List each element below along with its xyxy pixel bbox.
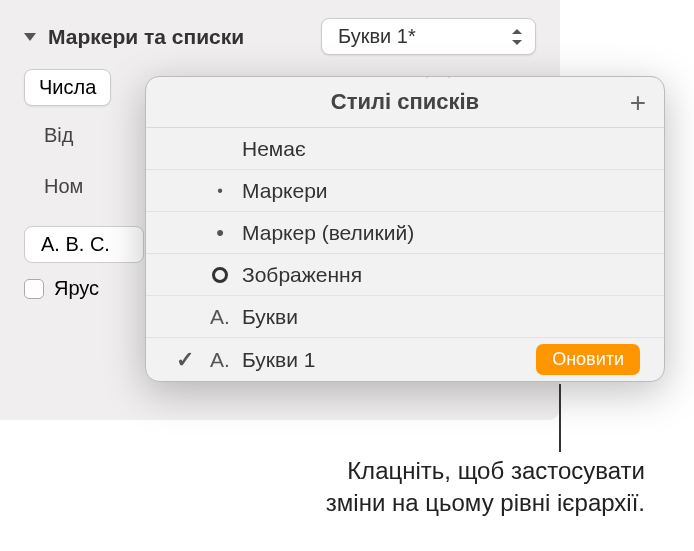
letter-marker: A. (202, 348, 238, 372)
circle-icon (202, 267, 238, 283)
style-item-letters-1[interactable]: ✓ A. Букви 1 Оновити (146, 338, 664, 381)
list-styles-popover: Стилі списків + Немає • Маркери • Маркер… (145, 76, 665, 382)
style-label: Маркер (великий) (238, 221, 646, 245)
bullet-big-icon: • (202, 220, 238, 246)
checkmark-icon: ✓ (176, 347, 194, 373)
callout-text: Клацніть, щоб застосувати зміни на цьому… (125, 455, 645, 520)
popover-title: Стилі списків (331, 89, 479, 115)
style-item-image[interactable]: Зображення (146, 254, 664, 296)
style-item-bullets-big[interactable]: • Маркер (великий) (146, 212, 664, 254)
update-button[interactable]: Оновити (536, 344, 640, 375)
numbers-pill[interactable]: Числа (24, 69, 111, 106)
style-label: Немає (238, 137, 646, 161)
add-style-button[interactable]: + (630, 87, 646, 119)
format-value: A. B. C. (41, 233, 110, 255)
letter-marker: A. (202, 305, 238, 329)
numbers-label: Числа (39, 76, 96, 98)
callout-leader-line (559, 384, 561, 452)
bullets-lists-header-row: Маркери та списки Букви 1* (24, 18, 536, 55)
bullet-small-icon: • (202, 182, 238, 200)
tier-checkbox[interactable] (24, 279, 44, 299)
tier-label: Ярус (54, 277, 99, 300)
style-list: Немає • Маркери • Маркер (великий) Зобра… (146, 128, 664, 381)
disclosure-triangle-icon[interactable] (24, 33, 36, 41)
style-label: Маркери (238, 179, 646, 203)
bullets-lists-label: Маркери та списки (48, 25, 244, 49)
format-pill[interactable]: A. B. C. (24, 226, 144, 263)
list-style-value: Букви 1* (338, 25, 416, 47)
style-label: Букви (238, 305, 646, 329)
list-style-select[interactable]: Букви 1* (321, 18, 536, 55)
style-item-letters[interactable]: A. Букви (146, 296, 664, 338)
style-label: Зображення (238, 263, 646, 287)
popover-header: Стилі списків + (146, 77, 664, 128)
callout-line2: зміни на цьому рівні ієрархії. (326, 489, 645, 516)
style-item-bullets[interactable]: • Маркери (146, 170, 664, 212)
chevron-updown-icon (511, 29, 523, 45)
callout-line1: Клацніть, щоб застосувати (347, 457, 645, 484)
style-label: Букви 1 (238, 348, 536, 372)
style-item-none[interactable]: Немає (146, 128, 664, 170)
